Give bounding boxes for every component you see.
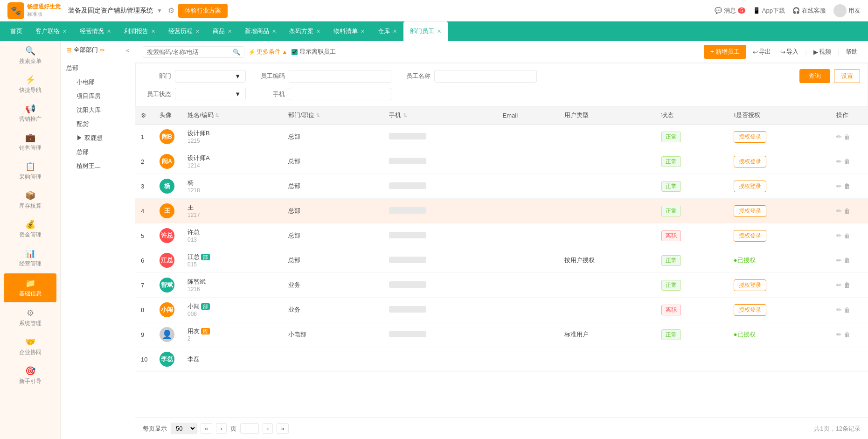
delete-button[interactable]: 🗑 xyxy=(844,306,850,314)
import-button[interactable]: ↪ 导入 xyxy=(778,46,801,58)
dept-edit-icon[interactable]: ✏ xyxy=(100,47,105,54)
close-tab-icon[interactable]: ✕ xyxy=(107,28,111,35)
query-button[interactable]: 查询 xyxy=(799,69,830,83)
sidebar-item-新手引导[interactable]: 🎯新手引导 xyxy=(0,361,60,390)
dept-tree-node[interactable]: 沈阳大库 xyxy=(61,103,135,117)
close-tab-icon[interactable]: ✕ xyxy=(228,28,232,35)
first-page-button[interactable]: « xyxy=(201,423,212,434)
more-filters-button[interactable]: ⚡ 更多条件 ▲ xyxy=(248,48,288,56)
dept-tree-node[interactable]: 项目库房 xyxy=(61,89,135,103)
delete-button[interactable]: 🗑 xyxy=(844,133,850,140)
close-tab-icon[interactable]: ✕ xyxy=(393,28,397,35)
view-button[interactable]: ▶ 视频 xyxy=(811,46,834,58)
nav-tab[interactable]: 商品✕ xyxy=(206,21,238,41)
sidebar-item-快捷导航[interactable]: ⚡快捷导航 xyxy=(0,70,60,99)
dept-tree-node[interactable]: 总部 xyxy=(61,145,135,159)
dept-tree-node[interactable]: ▶ 双鹿想 xyxy=(61,131,135,145)
close-tab-icon[interactable]: ✕ xyxy=(195,28,200,35)
close-tab-icon[interactable]: ✕ xyxy=(437,28,441,35)
next-page-button[interactable]: › xyxy=(263,423,273,434)
show-resigned-checkbox[interactable] xyxy=(292,49,298,55)
auth-login-button[interactable]: 授权登录 xyxy=(734,156,766,167)
nav-tab[interactable]: 仓库✕ xyxy=(371,21,403,41)
delete-button[interactable]: 🗑 xyxy=(844,281,850,289)
app-download-button[interactable]: 📱 App下载 xyxy=(753,7,785,15)
dept-tree-node[interactable]: 植树王二 xyxy=(61,159,135,173)
last-page-button[interactable]: » xyxy=(277,423,288,434)
sidebar-item-经营管理[interactable]: 📊经营管理 xyxy=(0,244,60,272)
system-dropdown-arrow[interactable]: ▼ xyxy=(157,7,162,14)
search-input[interactable] xyxy=(147,49,231,56)
emp-name-input[interactable] xyxy=(434,70,537,83)
close-tab-icon[interactable]: ✕ xyxy=(151,28,155,35)
phone-input[interactable] xyxy=(289,88,391,100)
edit-button[interactable]: ✏ xyxy=(836,158,842,165)
edit-button[interactable]: ✏ xyxy=(836,232,842,239)
user-button[interactable]: 用友 xyxy=(833,4,861,17)
nav-tab[interactable]: 经营情况✕ xyxy=(73,21,118,41)
sidebar-item-基础信息[interactable]: 📁基础信息 xyxy=(4,273,56,302)
auth-login-button[interactable]: 授权登录 xyxy=(734,230,766,242)
gear-icon[interactable]: ⚙ xyxy=(168,6,174,15)
close-tab-icon[interactable]: ✕ xyxy=(361,28,365,35)
nav-tab[interactable]: 部门员工✕ xyxy=(403,21,448,41)
edit-button[interactable]: ✏ xyxy=(836,306,842,314)
delete-button[interactable]: 🗑 xyxy=(844,331,850,338)
auth-login-button[interactable]: 授权登录 xyxy=(734,279,766,291)
delete-button[interactable]: 🗑 xyxy=(844,257,850,264)
online-service-button[interactable]: 🎧 在线客服 xyxy=(792,7,826,15)
sidebar-item-资金管理[interactable]: 💰资金管理 xyxy=(0,215,60,244)
nav-tab[interactable]: 物料清单✕ xyxy=(327,21,371,41)
dept-tree-node[interactable]: 小电部 xyxy=(61,75,135,89)
sidebar-item-库存核算[interactable]: 📦库存核算 xyxy=(0,186,60,215)
trial-button[interactable]: 体验行业方案 xyxy=(178,4,228,18)
sidebar-item-营销推广[interactable]: 📢营销推广 xyxy=(0,99,60,128)
add-employee-button[interactable]: + 新增员工 xyxy=(704,45,746,59)
emp-status-select[interactable]: ▼ xyxy=(175,88,246,100)
col-phone[interactable]: 手机 ⇅ xyxy=(383,106,497,125)
auth-login-button[interactable]: 授权登录 xyxy=(734,131,766,143)
edit-button[interactable]: ✏ xyxy=(836,331,842,338)
col-settings[interactable]: ⚙ xyxy=(135,106,154,125)
delete-button[interactable]: 🗑 xyxy=(844,207,850,215)
close-tab-icon[interactable]: ✕ xyxy=(62,28,67,35)
nav-tab[interactable]: 新增商品✕ xyxy=(238,21,283,41)
prev-page-button[interactable]: ‹ xyxy=(216,423,226,434)
page-size-select[interactable]: 50 100 xyxy=(171,423,197,434)
close-tab-icon[interactable]: ✕ xyxy=(316,28,320,35)
sidebar-item-采购管理[interactable]: 📋采购管理 xyxy=(0,157,60,186)
sidebar-item-搜索菜单[interactable]: 🔍搜索菜单 xyxy=(0,41,60,70)
col-name[interactable]: 姓名/编码 ⇅ xyxy=(182,106,283,125)
edit-button[interactable]: ✏ xyxy=(836,281,842,289)
close-tab-icon[interactable]: ✕ xyxy=(272,28,276,35)
auth-login-button[interactable]: 授权登录 xyxy=(734,205,766,217)
edit-button[interactable]: ✏ xyxy=(836,207,842,215)
edit-button[interactable]: ✏ xyxy=(836,133,842,140)
edit-button[interactable]: ✏ xyxy=(836,182,842,190)
delete-button[interactable]: 🗑 xyxy=(844,232,850,239)
nav-tab[interactable]: 客户联络✕ xyxy=(29,21,73,41)
auth-login-button[interactable]: 授权登录 xyxy=(734,304,766,316)
sidebar-item-企业协同[interactable]: 🤝企业协同 xyxy=(0,332,60,361)
dept-collapse-button[interactable]: « xyxy=(126,47,129,54)
export-button[interactable]: ↩ 导出 xyxy=(750,46,774,58)
col-dept[interactable]: 部门/职位 ⇅ xyxy=(283,106,383,125)
emp-code-input[interactable] xyxy=(289,70,391,83)
dept-tree-node[interactable]: 总部 xyxy=(61,61,135,75)
nav-tab[interactable]: 利润报告✕ xyxy=(118,21,162,41)
nav-tab[interactable]: 条码方案✕ xyxy=(283,21,327,41)
auth-login-button[interactable]: 授权登录 xyxy=(734,181,766,192)
sidebar-item-销售管理[interactable]: 💼销售管理 xyxy=(0,128,60,157)
set-button[interactable]: 设置 xyxy=(834,69,860,83)
delete-button[interactable]: 🗑 xyxy=(844,158,850,165)
page-number-input[interactable]: 1 xyxy=(240,423,259,434)
nav-tab[interactable]: 首页 xyxy=(4,21,29,41)
sidebar-item-系统管理[interactable]: ⚙系统管理 xyxy=(0,303,60,332)
message-button[interactable]: 💬 消息 5 xyxy=(715,7,745,15)
delete-button[interactable]: 🗑 xyxy=(844,182,850,190)
nav-tab[interactable]: 经营历程✕ xyxy=(162,21,206,41)
help-button[interactable]: 帮助 xyxy=(843,46,861,58)
dept-filter-select[interactable]: ▼ xyxy=(175,70,246,83)
edit-button[interactable]: ✏ xyxy=(836,257,842,264)
dept-tree-node[interactable]: 配货 xyxy=(61,117,135,131)
